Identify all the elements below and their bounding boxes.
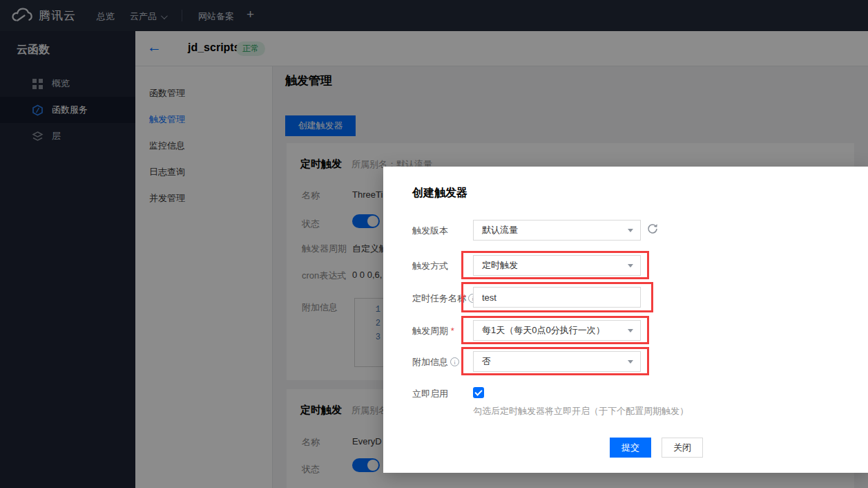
create-trigger-modal: 创建触发器 触发版本 默认流量 触发方式 定时触发 定时任务名称 * 触发周期 … bbox=[383, 167, 868, 473]
chevron-down-icon bbox=[628, 360, 633, 364]
trigger-version-select[interactable]: 默认流量 bbox=[473, 220, 641, 241]
additional-info-value: 否 bbox=[482, 352, 491, 371]
timer-task-name-label: 定时任务名称 bbox=[412, 292, 477, 305]
trigger-period-select[interactable]: 每1天（每天0点0分执行一次） bbox=[473, 320, 641, 341]
trigger-period-value: 每1天（每天0点0分执行一次） bbox=[482, 321, 605, 340]
trigger-method-label: 触发方式 bbox=[412, 260, 448, 272]
modal-title: 创建触发器 bbox=[412, 186, 467, 200]
required-asterisk: * bbox=[451, 326, 454, 336]
enable-now-label: 立即启用 bbox=[412, 388, 448, 400]
enable-now-helper-text: 勾选后定时触发器将立即开启（于下个配置周期触发） bbox=[473, 405, 688, 417]
close-button[interactable]: 关闭 bbox=[662, 438, 703, 458]
enable-now-checkbox[interactable] bbox=[473, 387, 484, 398]
additional-info-label: 附加信息 bbox=[412, 356, 459, 368]
chevron-down-icon bbox=[628, 264, 633, 268]
required-asterisk: * bbox=[463, 292, 466, 303]
timer-task-name-input[interactable] bbox=[474, 288, 640, 307]
tencent-cloud-console: 腾讯云 总览 云产品 网站备案 + 云函数 概览 函数服务 bbox=[0, 0, 868, 488]
trigger-version-label: 触发版本 bbox=[412, 225, 448, 237]
trigger-method-select[interactable]: 定时触发 bbox=[473, 255, 641, 276]
trigger-method-value: 定时触发 bbox=[482, 256, 518, 275]
submit-button[interactable]: 提交 bbox=[610, 438, 651, 458]
info-icon bbox=[450, 357, 459, 366]
chevron-down-icon bbox=[628, 329, 633, 332]
additional-info-select[interactable]: 否 bbox=[473, 351, 641, 372]
trigger-period-label: 触发周期 * bbox=[412, 325, 454, 337]
refresh-icon[interactable] bbox=[646, 223, 659, 235]
trigger-version-value: 默认流量 bbox=[482, 220, 518, 240]
chevron-down-icon bbox=[628, 229, 633, 232]
timer-task-name-field bbox=[473, 287, 641, 308]
